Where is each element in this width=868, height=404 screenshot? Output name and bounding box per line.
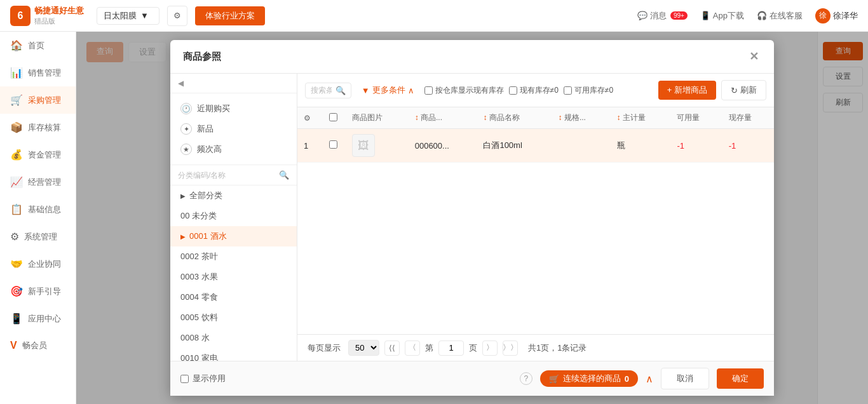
next-page-button[interactable]: 〉 [482,340,498,356]
usable-stock-checkbox-label[interactable]: 可用库存≠0 [564,85,613,96]
category-search-input[interactable] [178,171,275,180]
company-selector[interactable]: 日太阳膜 ▼ [97,7,159,25]
last-page-button[interactable]: 〉〉 [503,340,518,356]
category-unclassified[interactable]: 00 未分类 [170,206,297,226]
message-button[interactable]: 💬 消息 99+ [637,10,688,22]
warehouse-checkbox[interactable] [424,86,433,95]
user-avatar[interactable]: 徐 徐泽华 [815,8,858,24]
category-list: ▶ 全部分类 00 未分类 ▶ 0001 酒水 0002 茶 [170,185,297,361]
quick-filters: 🕐 近期购买 ✦ 新品 ★ 频次高 [170,93,297,165]
prev-page-button[interactable]: 〈 [405,340,420,356]
category-beverage[interactable]: 0005 饮料 [170,307,297,328]
sidebar-item-cooperation[interactable]: 🤝 企业协同 [0,250,76,278]
row-select-checkbox[interactable] [329,140,337,149]
refresh-button[interactable]: ↻ 刷新 [721,80,766,100]
row-code: 000600... [409,129,477,163]
phone-icon: 📱 [700,11,710,20]
purchase-icon: 🛒 [10,94,23,106]
category-search-icon[interactable]: 🔍 [279,170,289,180]
category-electronics[interactable]: 0010 家电 [170,348,297,361]
quick-filter-frequent[interactable]: ★ 频次高 [170,139,297,159]
refresh-icon: ↻ [731,86,738,95]
cancel-button[interactable]: 取消 [661,368,709,389]
sidebar-item-member[interactable]: V 畅会员 [0,332,76,359]
settings-icon[interactable]: ⚙ [167,6,187,26]
category-snack[interactable]: 0004 零食 [170,287,297,307]
row-name: 白酒100ml [477,129,552,163]
category-water[interactable]: 0008 水 [170,328,297,348]
category-liquor[interactable]: ▶ 0001 酒水 [170,226,297,246]
message-badge: 99+ [670,11,688,20]
help-icon[interactable]: ? [520,372,532,385]
available-stock-checkbox-label[interactable]: 现有库存≠0 [509,85,559,96]
per-page-select[interactable]: 50 [348,340,379,356]
product-search-input[interactable] [311,86,332,95]
online-service-button[interactable]: 🎧 在线客服 [757,10,803,22]
search-icon[interactable]: 🔍 [336,86,346,95]
cooperation-icon: 🤝 [10,258,23,270]
quick-filter-recent[interactable]: 🕐 近期购买 [170,98,297,119]
category-tea[interactable]: 0002 茶叶 [170,246,297,267]
row-checkbox[interactable] [323,129,346,163]
first-page-button[interactable]: ⟨⟨ [384,340,400,356]
product-thumbnail: 🖼 [352,134,375,157]
show-disabled-label[interactable]: 显示停用 [180,373,226,384]
sidebar: 🏠 首页 📊 销售管理 🛒 采购管理 📦 库存核算 💰 资金管理 📈 经营管理 … [0,32,76,404]
modal-footer: 显示停用 ? 🛒 连续选择的商品 0 ∧ 取消 确定 [170,361,774,396]
new-icon: ✦ [180,123,192,135]
main-layout: 🏠 首页 📊 销售管理 🛒 采购管理 📦 库存核算 💰 资金管理 📈 经营管理 … [0,32,868,404]
sort-icon: ↕ [483,113,487,122]
show-disabled-checkbox[interactable] [180,375,189,383]
add-product-button[interactable]: + 新增商品 [658,81,716,100]
col-name[interactable]: ↕ 商品名称 [477,107,552,129]
content-area: 查询 设置 商品参照 ✕ ◀ [76,32,868,404]
modal-left-panel: ◀ 🕐 近期购买 ✦ 新品 [170,74,297,361]
sidebar-item-app-center[interactable]: 📱 应用中心 [0,305,76,332]
category-fruit[interactable]: 0003 水果 [170,267,297,287]
more-filters-button[interactable]: ▼ 更多条件 ∧ [356,82,419,98]
warehouse-checkbox-label[interactable]: 按仓库显示现有库存 [424,85,504,96]
cart-selection-area[interactable]: 🛒 连续选择的商品 0 [540,370,638,387]
modal-close-button[interactable]: ✕ [746,49,761,64]
sidebar-item-purchase[interactable]: 🛒 采购管理 [0,86,76,114]
sidebar-item-sales[interactable]: 📊 销售管理 [0,59,76,86]
col-spec[interactable]: ↕ 规格... [552,107,611,129]
available-stock-checkbox[interactable] [509,86,517,95]
sidebar-item-home[interactable]: 🏠 首页 [0,32,76,59]
page-number-input[interactable] [438,340,464,356]
quick-filter-new[interactable]: ✦ 新品 [170,119,297,139]
select-all-checkbox[interactable] [329,113,337,121]
row-image: 🖼 [346,129,409,163]
sidebar-item-operations[interactable]: 📈 经营管理 [0,168,76,196]
frequent-icon: ★ [180,144,192,155]
cart-icon: 🛒 [549,374,559,384]
col-unit[interactable]: ↕ 主计量 [611,107,671,129]
experience-button[interactable]: 体验行业方案 [195,6,265,25]
selected-count-badge: 0 [625,374,629,384]
table-row[interactable]: 1 🖼 [297,129,774,163]
confirm-button[interactable]: 确定 [717,368,764,389]
sidebar-item-inventory[interactable]: 📦 库存核算 [0,114,76,141]
pagination: 每页显示 50 ⟨⟨ 〈 第 页 〉 〉〉 共1页，1条记录 [297,334,774,361]
col-settings[interactable]: ⚙ [297,107,323,129]
recent-icon: 🕐 [180,103,192,114]
app-center-icon: 📱 [10,313,23,325]
sidebar-item-system[interactable]: ⚙ 系统管理 [0,223,76,250]
col-checkbox [323,107,346,129]
usable-stock-checkbox[interactable] [564,86,572,95]
app-download-button[interactable]: 📱 App下载 [700,10,744,22]
category-all[interactable]: ▶ 全部分类 [170,185,297,206]
collapse-button[interactable]: ∧ [646,373,653,385]
expand-icon: ▶ [180,192,186,199]
sidebar-item-basic-info[interactable]: 📋 基础信息 [0,196,76,223]
sidebar-item-finance[interactable]: 💰 资金管理 [0,141,76,168]
col-code[interactable]: ↕ 商品... [409,107,477,129]
sidebar-item-guide[interactable]: 🎯 新手引导 [0,278,76,305]
col-available: 可用量 [670,107,722,129]
row-unit: 瓶 [611,129,671,163]
avatar: 徐 [815,8,831,24]
nav-right: 💬 消息 99+ 📱 App下载 🎧 在线客服 徐 徐泽华 [637,8,858,24]
modal-header: 商品参照 ✕ [170,40,774,74]
modal-title: 商品参照 [183,51,221,63]
filter-active-icon: ∧ [408,86,414,95]
